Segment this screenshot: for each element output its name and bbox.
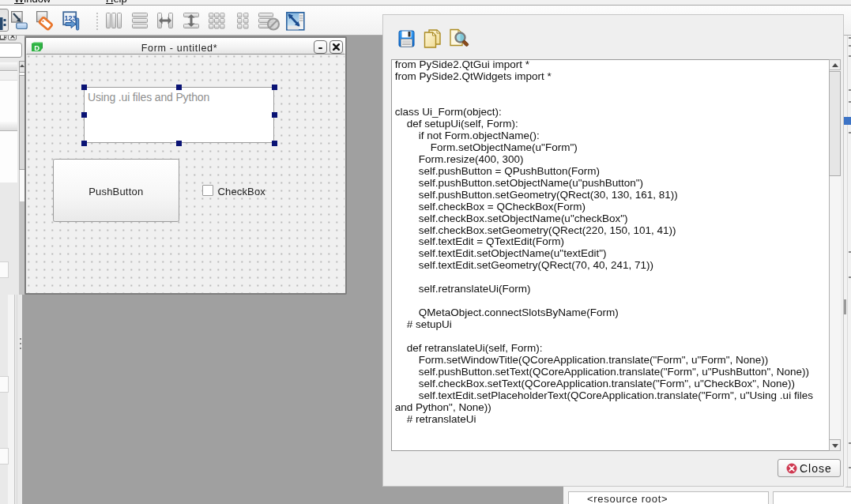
svg-text:D: D <box>34 43 40 52</box>
svg-text:123: 123 <box>65 14 77 22</box>
